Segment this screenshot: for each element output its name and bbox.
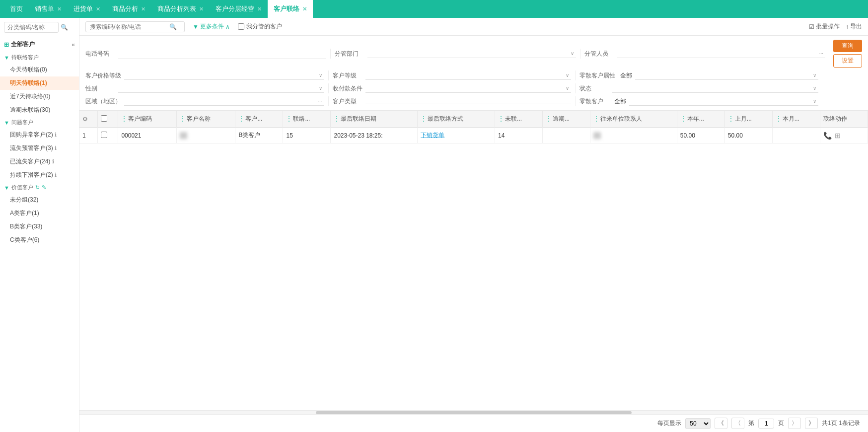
sidebar-item-tomorrow[interactable]: 明天待联络(1) <box>0 76 79 90</box>
sidebar-item-c-class[interactable]: C类客户(6) <box>0 233 79 247</box>
close-icon[interactable]: ✕ <box>302 6 307 12</box>
filter-retail-attr-select[interactable]: ∨ <box>635 71 818 80</box>
dots-icon[interactable]: ··· <box>318 98 322 104</box>
filter-status-label: 状态 <box>579 84 609 93</box>
nav-home[interactable]: 首页 <box>4 0 29 18</box>
triangle-icon: ▼ <box>4 120 9 126</box>
nav-product-analysis[interactable]: 商品分析✕ <box>106 0 151 18</box>
nav-sales[interactable]: 销售单✕ <box>29 0 68 18</box>
filter-dept: 分管部门 ∨ <box>335 49 576 58</box>
col-settings[interactable]: ⚙ <box>79 111 98 128</box>
filter-person-select[interactable]: ··· <box>617 49 825 58</box>
cell-last-way[interactable]: 下销货单 <box>418 128 495 144</box>
sidebar-item-a-class[interactable]: A类客户(1) <box>0 207 79 220</box>
col-this-year[interactable]: ⋮本年... <box>677 111 724 128</box>
nav-customer-segment[interactable]: 客户分层经营✕ <box>210 0 268 18</box>
sidebar-group-problem[interactable]: ▼ 问题客户 <box>0 117 79 128</box>
close-icon[interactable]: ✕ <box>199 6 204 12</box>
sidebar-item-churn-warn[interactable]: 流失预警客户(3) ℹ <box>0 142 79 155</box>
col-contacts[interactable]: ⋮联络... <box>283 111 331 128</box>
filter-payment-label: 收付款条件 <box>333 84 362 93</box>
menu-icon[interactable]: ⊞ <box>835 132 841 140</box>
sidebar-search-input[interactable] <box>4 22 59 33</box>
call-icon[interactable]: 📞 <box>823 132 832 140</box>
sidebar-item-repurchase[interactable]: 回购异常客户(2) ℹ <box>0 128 79 142</box>
sidebar-search-area: 🔍 <box>0 18 79 37</box>
sidebar-group-value[interactable]: ▼ 价值客户 ↻ ✎ <box>0 182 79 193</box>
first-page-btn[interactable]: 《 <box>715 418 727 429</box>
sidebar-item-7days[interactable]: 近7天待联络(0) <box>0 90 79 103</box>
checkbox-icon: ☑ <box>809 23 814 30</box>
nav-purchase[interactable]: 进货单✕ <box>68 0 106 18</box>
cell-checkbox[interactable] <box>98 128 118 144</box>
chevron-down-icon: ∨ <box>566 72 569 78</box>
scrollbar-thumb[interactable] <box>316 411 631 414</box>
sidebar-item-today[interactable]: 今天待联络(0) <box>0 63 79 76</box>
last-page-btn[interactable]: 》 <box>805 418 818 429</box>
sidebar-item-overdue[interactable]: 逾期未联络(30) <box>0 103 79 117</box>
col-name[interactable]: ⋮客户名称 <box>177 111 235 128</box>
filter-level: 客户等级 ∨ <box>333 71 572 80</box>
prev-page-btn[interactable]: 〈 <box>731 418 744 429</box>
filter-retail-customer-select[interactable]: ∨ <box>629 97 818 106</box>
row-checkbox[interactable] <box>101 132 107 138</box>
col-code[interactable]: ⋮客户编码 <box>118 111 177 128</box>
edit-icon[interactable]: ✎ <box>42 184 46 191</box>
sidebar-item-b-class[interactable]: B类客户(33) <box>0 220 79 233</box>
next-page-btn[interactable]: 〉 <box>788 418 801 429</box>
filter-gender-select[interactable]: ∨ <box>118 84 324 93</box>
horizontal-scrollbar[interactable] <box>79 410 868 414</box>
filter-more-btn[interactable]: ▼ 更多条件 ∧ <box>189 21 234 32</box>
filter-level-select[interactable]: ∨ <box>365 71 572 80</box>
table-row: 1 000021 Ea B类客户 15 2023-05-23 18:25: 下销… <box>79 128 868 144</box>
close-icon[interactable]: ✕ <box>257 6 262 12</box>
filter-area-select[interactable]: ··· <box>124 97 324 106</box>
filter-person-label: 分管人员 <box>584 50 614 58</box>
batch-op-btn[interactable]: ☑ 批量操作 <box>809 22 840 31</box>
sidebar-item-declining[interactable]: 持续下滑客户(2) ℹ <box>0 168 79 182</box>
query-button[interactable]: 查询 <box>833 40 862 52</box>
col-last-date[interactable]: ⋮最后联络日期 <box>331 111 418 128</box>
filter-area: 区域（地区） ··· <box>85 97 324 106</box>
filter-customer-type-select[interactable] <box>365 100 572 103</box>
sidebar-search-icon[interactable]: 🔍 <box>61 24 68 31</box>
col-overdue[interactable]: ⋮逾期... <box>543 111 590 128</box>
cell-action: 📞 ⊞ <box>820 128 868 144</box>
close-icon[interactable]: ✕ <box>141 6 145 12</box>
col-type[interactable]: ⋮客户... <box>235 111 283 128</box>
page-number-input[interactable] <box>758 419 774 429</box>
col-unit-contact[interactable]: ⋮往来单位联系人 <box>590 111 677 128</box>
col-this-month[interactable]: ⋮本月... <box>772 111 820 128</box>
filter-status-select[interactable]: ∨ <box>612 84 818 93</box>
filter-price-level: 客户价格等级 ∨ <box>85 71 324 80</box>
my-customers-checkbox[interactable] <box>238 23 244 30</box>
last-contact-way-link[interactable]: 下销货单 <box>421 132 444 139</box>
filter-price-select[interactable]: ∨ <box>124 71 324 80</box>
col-last-way[interactable]: ⋮最后联络方式 <box>418 111 495 128</box>
select-all-checkbox[interactable] <box>101 115 107 122</box>
toolbar: 🔍 ▼ 更多条件 ∧ 我分管的客户 ☑ 批量操作 ↑ 导出 <box>79 18 868 36</box>
close-icon[interactable]: ✕ <box>96 6 100 12</box>
search-icon[interactable]: 🔍 <box>169 23 177 30</box>
filter-phone-input[interactable] <box>118 49 326 59</box>
col-uncontacted[interactable]: ⋮未联... <box>495 111 543 128</box>
filter-payment-select[interactable]: ∨ <box>365 84 572 93</box>
col-last-month[interactable]: ⋮上月... <box>724 111 772 128</box>
sidebar-item-ungrouped[interactable]: 未分组(32) <box>0 193 79 207</box>
gear-icon[interactable]: ⚙ <box>82 116 88 123</box>
nav-product-analysis-list[interactable]: 商品分析列表✕ <box>151 0 210 18</box>
nav-customer-contact[interactable]: 客户联络✕ <box>268 0 313 18</box>
col-checkbox[interactable] <box>98 111 118 128</box>
refresh-icon[interactable]: ↻ <box>35 184 40 191</box>
sidebar-all-customers[interactable]: ⊞ 全部客户 « <box>0 37 79 52</box>
filter-dept-select[interactable]: ∨ <box>367 49 576 58</box>
export-btn[interactable]: ↑ 导出 <box>846 22 862 31</box>
sidebar-item-churned[interactable]: 已流失客户(24) ℹ <box>0 155 79 168</box>
my-customers-checkbox-label[interactable]: 我分管的客户 <box>238 22 282 31</box>
sidebar-group-pending[interactable]: ▼ 待联络客户 <box>0 52 79 63</box>
dots-icon[interactable]: ··· <box>819 51 823 56</box>
close-icon[interactable]: ✕ <box>57 6 62 12</box>
settings-button[interactable]: 设置 <box>833 54 862 68</box>
page-size-select[interactable]: 50 100 200 <box>685 418 711 429</box>
search-input[interactable] <box>90 23 169 30</box>
